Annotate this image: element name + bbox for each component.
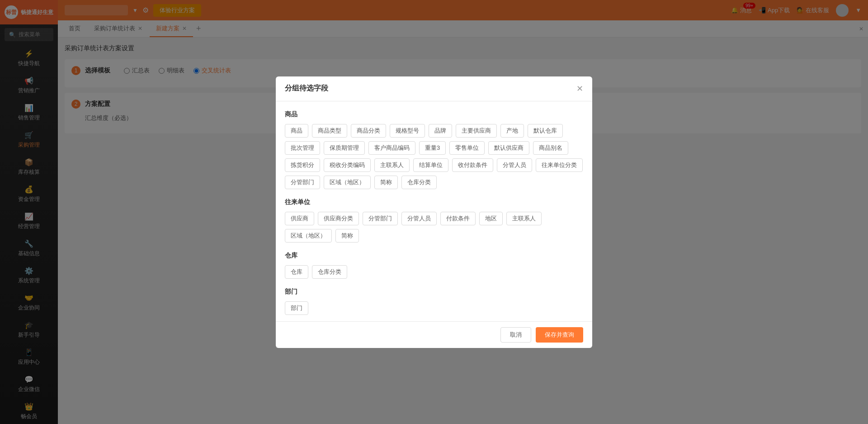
field-tag-shangpin-leixing[interactable]: 商品类型: [312, 124, 347, 138]
field-tag-moren-cangku[interactable]: 默认仓库: [528, 124, 563, 138]
partner-section-title: 往来单位: [285, 198, 583, 206]
warehouse-field-tags: 仓库 仓库分类: [285, 265, 583, 279]
field-section-warehouse: 仓库 仓库 仓库分类: [285, 252, 583, 279]
modal-close-button[interactable]: ✕: [576, 84, 583, 94]
field-tag-cangku-fenlei[interactable]: 仓库分类: [312, 265, 347, 279]
field-tag-fenguan-bumen2[interactable]: 分管部门: [363, 212, 398, 225]
field-tag-shuishou-bianhao[interactable]: 税收分类编码: [324, 158, 371, 172]
field-tag-shangpin[interactable]: 商品: [285, 124, 308, 138]
field-tag-zhongliang3[interactable]: 重量3: [419, 141, 446, 155]
field-tag-fenguan-bumen[interactable]: 分管部门: [285, 176, 320, 189]
product-field-tags: 商品 商品类型 商品分类 规格型号 品牌 主要供应商 产地 默认仓库 批次管理 …: [285, 124, 583, 189]
partner-field-tags: 供应商 供应商分类 分管部门 分管人员 付款条件 地区 主联系人 区域（地区） …: [285, 212, 583, 243]
modal-header: 分组待选字段 ✕: [276, 76, 592, 101]
field-tag-tihuo-jifen[interactable]: 拣货积分: [285, 158, 320, 172]
warehouse-section-title: 仓库: [285, 252, 583, 260]
field-tag-bumen[interactable]: 部门: [285, 301, 308, 315]
field-section-product: 商品 商品 商品类型 商品分类 规格型号 品牌 主要供应商 产地 默认仓库 批次…: [285, 110, 583, 189]
field-tag-quyu-diqu[interactable]: 区域（地区）: [324, 176, 371, 189]
confirm-button[interactable]: 保存并查询: [536, 327, 583, 343]
field-tag-quyu-diqu2[interactable]: 区域（地区）: [285, 229, 332, 243]
field-tag-cangku-fenlei2[interactable]: 仓库分类: [401, 176, 437, 189]
field-tag-jiancheng[interactable]: 简称: [374, 176, 398, 189]
field-section-partner: 往来单位 供应商 供应商分类 分管部门 分管人员 付款条件 地区 主联系人 区域…: [285, 198, 583, 243]
field-tag-shangpin-bieming[interactable]: 商品别名: [533, 141, 568, 155]
field-section-department: 部门 部门: [285, 288, 583, 315]
field-tag-chandi[interactable]: 产地: [500, 124, 524, 138]
modal-body[interactable]: 商品 商品 商品类型 商品分类 规格型号 品牌 主要供应商 产地 默认仓库 批次…: [276, 101, 592, 321]
field-tag-cangku[interactable]: 仓库: [285, 265, 308, 279]
modal-footer: 取消 保存并查询: [276, 321, 592, 348]
product-section-title: 商品: [285, 110, 583, 119]
field-tag-gongyingshang-fenlei[interactable]: 供应商分类: [318, 212, 359, 225]
field-tag-shangpin-fenlei[interactable]: 商品分类: [351, 124, 386, 138]
field-tag-pici-guanli[interactable]: 批次管理: [285, 141, 320, 155]
field-tag-fukuan-tiaojian2[interactable]: 付款条件: [440, 212, 476, 225]
field-tag-kehu-bianhao[interactable]: 客户商品编码: [368, 141, 415, 155]
field-tag-zhulianxiren2[interactable]: 主联系人: [506, 212, 542, 225]
field-tag-jiancheng2[interactable]: 简称: [335, 229, 359, 243]
field-tag-fenguan-renyuan[interactable]: 分管人员: [497, 158, 532, 172]
cancel-button[interactable]: 取消: [500, 327, 531, 343]
field-tag-zhuyao-gongyingshang[interactable]: 主要供应商: [456, 124, 497, 138]
department-field-tags: 部门: [285, 301, 583, 315]
field-tag-zhulianxiren[interactable]: 主联系人: [374, 158, 410, 172]
field-tag-moren-gongyingshang[interactable]: 默认供应商: [488, 141, 529, 155]
field-tag-jiesuandanwei[interactable]: 结算单位: [413, 158, 448, 172]
field-tag-wanglai-fenlei[interactable]: 往来单位分类: [536, 158, 583, 172]
field-tag-diqu[interactable]: 地区: [479, 212, 503, 225]
modal-dialog: 分组待选字段 ✕ 商品 商品 商品类型 商品分类 规格型号 品牌 主要供应商 产…: [276, 76, 592, 348]
modal-title: 分组待选字段: [285, 84, 328, 93]
field-tag-lingshoudanwei[interactable]: 零售单位: [449, 141, 485, 155]
field-tag-fukuan-tiaojian[interactable]: 收付款条件: [452, 158, 493, 172]
field-tag-fenguan-renyuan2[interactable]: 分管人员: [401, 212, 437, 225]
field-tag-baozhiqi-guanli[interactable]: 保质期管理: [324, 141, 365, 155]
field-tag-guige-xinghao[interactable]: 规格型号: [390, 124, 425, 138]
department-section-title: 部门: [285, 288, 583, 296]
field-tag-pinpai[interactable]: 品牌: [429, 124, 452, 138]
field-tag-gongyingshang[interactable]: 供应商: [285, 212, 314, 225]
